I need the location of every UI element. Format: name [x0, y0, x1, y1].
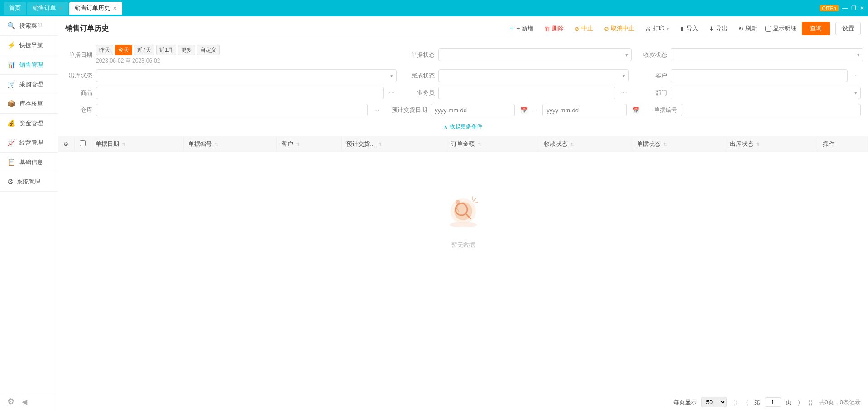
col-date-sort[interactable]: ⇅ [122, 142, 125, 147]
sidebar-collapse-icon[interactable]: ◀ [22, 397, 27, 406]
payment-status-select[interactable] [671, 48, 863, 61]
delete-icon: 🗑 [544, 25, 550, 32]
date-from-text: 2023-06-02 [96, 58, 124, 64]
calendar-from-icon[interactable]: 📅 [520, 107, 528, 114]
date-7days-btn[interactable]: 近7天 [134, 45, 154, 55]
print-label: 打印 [653, 24, 665, 33]
sidebar-item-sales-mgmt[interactable]: 📊 销售管理 [0, 55, 58, 75]
col-date-label: 单据日期 [96, 140, 119, 147]
filter-collapse[interactable]: ∧ 收起更多条件 [65, 121, 861, 131]
query-button[interactable]: 查询 [802, 22, 830, 35]
date-today-btn[interactable]: 今天 [115, 45, 132, 55]
print-button[interactable]: 🖨 打印 ▾ [643, 23, 671, 34]
base-info-icon: 📋 [7, 158, 16, 166]
set-button[interactable]: 设置 [835, 22, 861, 35]
sidebar-item-finance[interactable]: 💰 资金管理 [0, 114, 58, 133]
page-input[interactable] [765, 397, 781, 407]
customer-input[interactable] [671, 69, 848, 82]
minimize-icon[interactable]: — [842, 5, 848, 11]
top-bar-right: OfTEn — ❐ ✕ [820, 5, 864, 11]
sidebar-item-sys-mgmt[interactable]: ⚙ 系统管理 [0, 172, 58, 192]
top-bar: 首页 销售订单 ✕ 销售订单历史 ✕ OfTEn — ❐ ✕ [0, 0, 868, 16]
tab-sales-order-close[interactable]: ✕ [59, 5, 63, 11]
sidebar-item-operations-label: 经营管理 [19, 139, 43, 147]
export-icon: ⬇ [709, 25, 714, 32]
col-action-label: 操作 [823, 140, 834, 147]
tab-sales-order[interactable]: 销售订单 ✕ [27, 2, 68, 15]
tab-home[interactable]: 首页 [4, 2, 26, 15]
col-out-status-sort[interactable]: ⇅ [756, 142, 760, 147]
sidebar-bottom: ⚙ ◀ [0, 392, 58, 411]
delivery-date-from[interactable] [431, 104, 515, 116]
salesperson-input[interactable] [438, 87, 615, 99]
select-all-checkbox[interactable] [80, 140, 86, 146]
payment-status-select-wrap [671, 48, 863, 61]
new-button[interactable]: ＋ + 新增 [506, 23, 536, 34]
sidebar-item-finance-label: 资金管理 [19, 119, 43, 127]
finance-icon: 💰 [7, 119, 16, 127]
first-page-btn[interactable]: ⟨⟨ [731, 398, 739, 407]
tab-sales-history-close[interactable]: ✕ [113, 5, 117, 11]
delete-button[interactable]: 🗑 删除 [542, 23, 566, 34]
warehouse-dots[interactable]: ··· [371, 106, 381, 114]
stop-button[interactable]: ⊘ 中止 [572, 23, 596, 34]
cancel-stop-button[interactable]: ⊘ 取消中止 [601, 23, 637, 34]
complete-status-select[interactable] [438, 69, 628, 82]
col-settings[interactable]: ⚙ [58, 136, 74, 152]
col-checkbox[interactable] [74, 136, 91, 152]
goods-dots[interactable]: ··· [387, 89, 397, 97]
inventory-icon: 📦 [7, 100, 16, 108]
per-page-select[interactable]: 10 20 50 100 [701, 397, 727, 407]
empty-text: 暂无数据 [451, 241, 475, 249]
col-payment-status-sort[interactable]: ⇅ [571, 142, 574, 147]
import-button[interactable]: ⬆ 导入 [677, 23, 701, 34]
calendar-to-icon[interactable]: 📅 [632, 107, 639, 114]
out-status-select[interactable] [96, 69, 397, 82]
sidebar-item-inventory[interactable]: 📦 库存核算 [0, 94, 58, 114]
customer-dots[interactable]: ··· [851, 72, 861, 80]
doc-status-select[interactable] [438, 48, 631, 61]
sidebar-settings-icon[interactable]: ⚙ [7, 396, 14, 406]
sidebar-item-operations[interactable]: 📈 经营管理 [0, 133, 58, 153]
next-page-btn[interactable]: ⟩ [796, 398, 802, 407]
date-label: 单据日期 [65, 51, 92, 59]
toolbar: ＋ + 新增 🗑 删除 ⊘ 中止 ⊘ 取消中止 [506, 22, 861, 35]
empty-state: 暂无数据 [58, 152, 868, 267]
restore-icon[interactable]: ❐ [851, 5, 856, 11]
refresh-button[interactable]: ↻ 刷新 [736, 23, 760, 34]
warehouse-input[interactable] [96, 104, 368, 116]
svg-line-6 [475, 202, 478, 203]
date-custom-btn[interactable]: 自定义 [197, 45, 220, 55]
prev-page-btn[interactable]: ⟨ [744, 398, 750, 407]
date-yesterday-btn[interactable]: 昨天 [96, 45, 113, 55]
top-tabs: 首页 销售订单 ✕ 销售订单历史 ✕ [4, 2, 820, 15]
delivery-date-to[interactable] [542, 104, 627, 116]
col-delivery-sort[interactable]: ⇅ [378, 142, 382, 147]
date-range-text: 2023-06-02 至 2023-06-02 [96, 57, 397, 65]
delete-label: 删除 [552, 24, 564, 33]
table-settings-icon[interactable]: ⚙ [63, 141, 69, 148]
date-1month-btn[interactable]: 近1月 [156, 45, 177, 55]
col-no-sort[interactable]: ⇅ [215, 142, 218, 147]
export-button[interactable]: ⬇ 导出 [706, 23, 730, 34]
dept-select[interactable] [671, 87, 861, 99]
col-doc-status-sort[interactable]: ⇅ [663, 142, 667, 147]
col-customer-sort[interactable]: ⇅ [296, 142, 300, 147]
sidebar-item-quick-nav[interactable]: ⚡ 快捷导航 [0, 36, 58, 55]
print-icon: 🖨 [645, 25, 651, 32]
close-window-icon[interactable]: ✕ [860, 5, 864, 11]
date-more-btn[interactable]: 更多 [178, 45, 195, 55]
show-details-checkbox[interactable]: 显示明细 [765, 24, 796, 33]
show-details-input[interactable] [765, 26, 771, 32]
goods-input[interactable] [96, 87, 384, 99]
salesperson-dots[interactable]: ··· [619, 89, 628, 97]
last-page-btn[interactable]: ⟩⟩ [806, 398, 815, 407]
doc-no-input[interactable] [681, 104, 861, 116]
tab-sales-history[interactable]: 销售订单历史 ✕ [69, 2, 122, 15]
sidebar-item-base-info[interactable]: 📋 基础信息 [0, 153, 58, 172]
sidebar-item-search-menu[interactable]: 🔍 搜索菜单 [0, 16, 58, 36]
col-amount-sort[interactable]: ⇅ [478, 142, 481, 147]
date-separator: 至 [125, 58, 132, 64]
col-doc-status: 单据状态 ⇅ [632, 136, 725, 152]
sidebar-item-purchase-mgmt[interactable]: 🛒 采购管理 [0, 75, 58, 94]
